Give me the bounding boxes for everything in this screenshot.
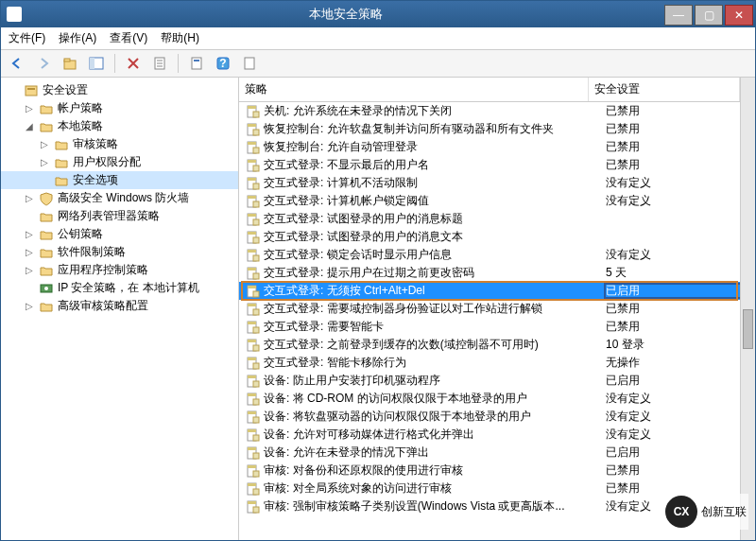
refresh-button[interactable]: ? [213,53,233,74]
menu-help[interactable]: 帮助(H) [161,30,199,46]
tree-item[interactable]: 安全选项 [1,171,238,189]
svg-rect-21 [248,142,256,145]
expander-icon[interactable]: ▷ [24,229,35,239]
policy-setting: 没有定义 [604,193,755,209]
menu-file[interactable]: 文件(F) [9,30,45,46]
expander-icon[interactable]: ▷ [39,139,50,149]
properties-button[interactable] [186,53,207,74]
svg-point-13 [44,287,48,290]
svg-text:?: ? [219,57,226,70]
svg-rect-5 [192,58,201,69]
tree-item[interactable]: 网络列表管理器策略 [1,207,238,225]
tree-item[interactable]: ▷公钥策略 [1,225,238,243]
policy-icon [245,176,260,191]
expander-icon[interactable]: ▷ [24,301,35,311]
export-button[interactable] [149,53,170,74]
policy-name: 交互式登录: 需要智能卡 [264,319,604,335]
list-pane: 策略 安全设置 关机: 允许系统在未登录的情况下关闭已禁用恢复控制台: 允许软盘… [239,78,755,540]
svg-rect-43 [253,273,259,279]
policy-row[interactable]: 交互式登录: 之前登录到缓存的次数(域控制器不可用时)10 登录 [239,336,755,354]
vertical-scrollbar[interactable] [740,78,755,540]
policy-row[interactable]: 恢复控制台: 允许软盘复制并访问所有驱动器和所有文件夹已禁用 [239,120,755,138]
policy-row[interactable]: 交互式登录: 智能卡移除行为无操作 [239,354,755,372]
folder-icon [39,245,54,260]
tree-item[interactable]: ▷审核策略 [1,135,238,153]
policy-row[interactable]: 交互式登录: 提示用户在过期之前更改密码5 天 [239,264,755,282]
expander-icon[interactable]: ▷ [39,157,50,167]
back-button[interactable] [7,53,27,74]
svg-rect-46 [253,291,259,297]
policy-icon [245,392,260,407]
toolbar: ? [1,50,755,78]
folder-icon [39,263,54,278]
policy-row[interactable]: 交互式登录: 计算机帐户锁定阈值没有定义 [239,192,755,210]
tree-item[interactable]: ▷高级安全 Windows 防火墙 [1,189,238,207]
expander-icon[interactable]: ▷ [24,193,35,203]
svg-rect-9 [245,58,254,69]
policy-setting: 10 登录 [604,337,755,353]
policy-row[interactable]: 设备: 允许在未登录的情况下弹出已启用 [239,444,755,462]
up-button[interactable] [60,53,80,74]
tree-item-label: 高级审核策略配置 [58,298,148,314]
policy-name: 设备: 将 CD-ROM 的访问权限仅限于本地登录的用户 [264,391,604,407]
menu-action[interactable]: 操作(A) [59,30,96,46]
help-button[interactable] [239,53,260,74]
expander-icon[interactable]: ▷ [24,265,35,275]
policy-row[interactable]: 交互式登录: 试图登录的用户的消息文本 [239,228,755,246]
folder-icon [39,101,54,116]
policy-row[interactable]: 交互式登录: 需要智能卡已禁用 [239,318,755,336]
policy-row[interactable]: 交互式登录: 锁定会话时显示用户信息没有定义 [239,246,755,264]
policy-row[interactable]: 交互式登录: 试图登录的用户的消息标题 [239,210,755,228]
svg-rect-27 [248,178,256,181]
policy-row[interactable]: 设备: 将 CD-ROM 的访问权限仅限于本地登录的用户没有定义 [239,390,755,408]
policy-row[interactable]: 设备: 将软盘驱动器的访问权限仅限于本地登录的用户没有定义 [239,408,755,426]
delete-button[interactable] [123,53,144,74]
policy-row[interactable]: 设备: 防止用户安装打印机驱动程序已启用 [239,372,755,390]
policy-row[interactable]: 设备: 允许对可移动媒体进行格式化并弹出没有定义 [239,426,755,444]
tree-root-item[interactable]: 安全设置 [1,81,238,99]
policy-row[interactable]: 关机: 允许系统在未登录的情况下关闭已禁用 [239,102,755,120]
svg-rect-30 [248,196,256,199]
svg-rect-69 [248,429,256,432]
menu-view[interactable]: 查看(V) [110,30,147,46]
column-policy[interactable]: 策略 [239,78,589,101]
policy-row[interactable]: 审核: 对备份和还原权限的使用进行审核已禁用 [239,462,755,480]
svg-rect-40 [253,255,259,261]
tree-item[interactable]: IP 安全策略，在 本地计算机 [1,279,238,297]
svg-rect-70 [253,435,259,441]
tree-root-label: 安全设置 [43,82,88,98]
svg-rect-66 [248,411,256,414]
policy-setting: 没有定义 [604,409,755,425]
maximize-button[interactable]: ▢ [695,5,723,26]
tree-item[interactable]: ▷软件限制策略 [1,243,238,261]
tree-item[interactable]: ▷应用程序控制策略 [1,261,238,279]
expander-icon[interactable]: ▷ [24,103,35,113]
policy-setting: 已启用 [604,283,755,299]
svg-rect-37 [253,237,259,243]
list-body[interactable]: 关机: 允许系统在未登录的情况下关闭已禁用恢复控制台: 允许软盘复制并访问所有驱… [239,102,755,540]
policy-row[interactable]: 交互式登录: 不显示最后的用户名已禁用 [239,156,755,174]
tree-item[interactable]: ▷高级审核策略配置 [1,297,238,315]
svg-rect-49 [253,309,259,315]
expander-icon[interactable]: ◢ [24,121,35,131]
watermark-logo-icon: CX [665,496,697,528]
policy-row[interactable]: 交互式登录: 需要域控制器身份验证以对工作站进行解锁已禁用 [239,300,755,318]
forward-button[interactable] [33,53,54,74]
policy-row[interactable]: 恢复控制台: 允许自动管理登录已禁用 [239,138,755,156]
tree-item[interactable]: ◢本地策略 [1,117,238,135]
policy-name: 交互式登录: 提示用户在过期之前更改密码 [264,265,604,281]
show-hide-button[interactable] [86,53,107,74]
policy-icon [245,230,260,245]
tree-item[interactable]: ▷用户权限分配 [1,153,238,171]
tree-item-label: 本地策略 [58,118,103,134]
expander-icon[interactable]: ▷ [24,247,35,257]
tree-item[interactable]: ▷帐户策略 [1,99,238,117]
close-button[interactable]: ✕ [725,5,753,26]
svg-rect-61 [253,381,259,387]
policy-icon [245,320,260,335]
minimize-button[interactable]: — [664,5,693,26]
policy-row[interactable]: 交互式登录: 无须按 Ctrl+Alt+Del已启用 [239,282,755,300]
column-setting[interactable]: 安全设置 [589,78,740,101]
policy-row[interactable]: 交互式登录: 计算机不活动限制没有定义 [239,174,755,192]
tree-pane[interactable]: 安全设置▷帐户策略◢本地策略▷审核策略▷用户权限分配安全选项▷高级安全 Wind… [1,78,239,540]
